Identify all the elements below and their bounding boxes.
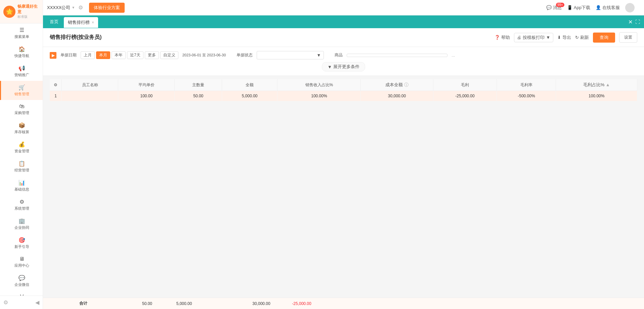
logo-name: 畅康通好生意 (17, 4, 39, 14)
export-icon: ⬇ (557, 35, 561, 40)
expand-more-button[interactable]: ▼ 展开更多条件 (322, 62, 365, 71)
col-profit: 毛利 (433, 79, 497, 91)
sidebar-label-finance: 资金管理 (14, 149, 29, 154)
print-icon: 🖨 (517, 35, 521, 40)
sidebar-item-inventory[interactable]: 📦 库存核算 (0, 119, 43, 138)
sidebar-item-system[interactable]: ⚙ 系统管理 (0, 195, 43, 214)
table-body: 1 100.00 50.00 5,000.00 100.00% 30,000.0… (50, 91, 637, 101)
user-avatar[interactable] (625, 3, 635, 12)
data-table: ⚙ 员工名称 平均单价 主数量 全额 销售收入占比% 成本全额 ⓘ 毛利 毛利率 (50, 79, 637, 101)
topbar: XXXXX公司 ▼ ⚙ 体验行业方案 💬 消息 99+ 📱 App下载 👤 在线… (43, 0, 644, 15)
cost-label: 成本全额 (385, 82, 403, 87)
col-settings: ⚙ (50, 79, 62, 91)
print-button[interactable]: 🖨 按模板打印 ▼ (514, 33, 553, 42)
basic-icon: 📊 (18, 179, 25, 186)
date-btn-prev-month[interactable]: 上月 (81, 51, 95, 59)
date-btn-more[interactable]: 更多 (145, 51, 159, 59)
sidebar-item-search[interactable]: ☰ 搜索菜单 (0, 23, 43, 43)
cost-info-icon[interactable]: ⓘ (404, 82, 409, 87)
topbar-settings-icon[interactable]: ⚙ (78, 4, 83, 11)
company-select[interactable]: XXXXX公司 ▼ (47, 5, 75, 11)
footer-main-qty: 50.00 (130, 301, 164, 306)
sidebar-item-basic[interactable]: 📊 基础信息 (0, 176, 43, 195)
appstore-icon: 🖥 (19, 256, 25, 262)
goods-input[interactable] (347, 54, 447, 57)
content-area: 销售排行榜(按业务员) ❓ 帮助 🖨 按模板打印 ▼ ⬇ 导出 ↻ 刷新 (43, 28, 644, 309)
sidebar-item-guide[interactable]: 🎯 新手引导 (0, 234, 43, 253)
sidebar-label-guide: 新手引导 (14, 244, 29, 249)
footer-cost: 30,000.00 (241, 301, 282, 306)
date-btn-7days[interactable]: 近7天 (127, 51, 143, 59)
export-label: 导出 (562, 35, 571, 41)
col-sales-pct: 销售收入占比% (277, 79, 361, 91)
tab-sales-ranking[interactable]: 销售排行榜 × (64, 17, 98, 28)
tabbar-expand-button[interactable]: ⛶ (635, 19, 640, 24)
cell-sales-pct: 100.00% (277, 91, 361, 101)
tabbar-close-button[interactable]: ✕ (628, 19, 633, 25)
more-filter-button[interactable]: ... (452, 53, 455, 58)
date-btn-this-month[interactable]: 本月 (96, 51, 110, 59)
sidebar-item-enterprise[interactable]: 🏢 企业协同 (0, 214, 43, 234)
tabbar-right: ✕ ⛶ (628, 19, 643, 25)
sidebar: 🌟 畅康通好生意 标准版 ☰ 搜索菜单 🏠 快捷导航 📢 营销推广 🛒 销售管理… (0, 0, 43, 309)
refresh-button[interactable]: ↻ 刷新 (575, 35, 589, 41)
tab-home[interactable]: 首页 (44, 15, 64, 28)
settings-bottom-icon[interactable]: ⚙ (3, 299, 8, 306)
weixin-icon: 💬 (18, 275, 25, 281)
cell-profit-rate: -500.00% (497, 91, 556, 101)
col-profit-rate: 毛利率 (497, 79, 556, 91)
main-area: XXXXX公司 ▼ ⚙ 体验行业方案 💬 消息 99+ 📱 App下载 👤 在线… (43, 0, 644, 309)
sidebar-item-weixin[interactable]: 💬 企业微信 (0, 271, 43, 291)
print-arrow-icon: ▼ (546, 35, 550, 40)
page-header: 销售排行榜(按业务员) ❓ 帮助 🖨 按模板打印 ▼ ⬇ 导出 ↻ 刷新 (43, 28, 644, 47)
profit-pct-info-icon[interactable]: ▲ (606, 82, 610, 87)
sidebar-label-system: 系统管理 (14, 206, 29, 211)
trial-button[interactable]: 体验行业方案 (89, 3, 125, 13)
sidebar-item-purchase[interactable]: 🛍 采购管理 (0, 100, 43, 119)
sidebar-item-marketing[interactable]: 📢 营销推广 (0, 62, 43, 81)
online-service-button[interactable]: 👤 在线客服 (596, 5, 620, 11)
filter-collapse-button[interactable]: ▶ (50, 52, 56, 59)
cell-amount: 5,000.00 (222, 91, 277, 101)
message-icon: 💬 (546, 5, 552, 10)
company-dropdown-icon: ▼ (72, 6, 75, 9)
sidebar-item-shortcut[interactable]: 🏠 快捷导航 (0, 43, 43, 62)
date-group: 上月 本月 本年 近7天 更多 自定义 (81, 51, 178, 59)
collapse-sidebar-icon[interactable]: ◀ (35, 299, 39, 306)
export-button[interactable]: ⬇ 导出 (557, 35, 571, 41)
enterprise-icon: 🏢 (18, 218, 25, 224)
date-btn-custom[interactable]: 自定义 (160, 51, 178, 59)
sidebar-item-operation[interactable]: 📋 经营管理 (0, 157, 43, 176)
finance-icon: 💰 (18, 141, 25, 148)
app-download-button[interactable]: 📱 App下载 (567, 5, 590, 11)
help-button[interactable]: ❓ 帮助 (495, 35, 510, 41)
sidebar-item-vip[interactable]: V 畅会员 (0, 291, 43, 296)
footer-profit: -25,000.00 (282, 301, 322, 306)
logo-area: 🌟 畅康通好生意 标准版 (0, 0, 43, 23)
message-button[interactable]: 💬 消息 99+ (546, 5, 562, 11)
sidebar-label-basic: 基础信息 (14, 187, 29, 192)
tab-close-icon[interactable]: × (92, 20, 94, 25)
marketing-icon: 📢 (18, 65, 25, 71)
cell-profit-pct: 100.00% (556, 91, 637, 101)
query-button[interactable]: 查询 (593, 33, 615, 43)
sidebar-bottom: ⚙ ◀ (0, 296, 43, 309)
app-icon: 📱 (567, 5, 572, 10)
status-select[interactable]: ▼ (257, 51, 324, 59)
col-avg-price: 平均单价 (118, 79, 175, 91)
date-btn-this-year[interactable]: 本年 (112, 51, 126, 59)
guide-icon: 🎯 (18, 237, 25, 243)
col-cost: 成本全额 ⓘ (361, 79, 433, 91)
col-profit-pct: 毛利占比% ▲ (556, 79, 637, 91)
logo-icon: 🌟 (3, 6, 15, 18)
filter-row-1: ▶ 单据日期 上月 本月 本年 近7天 更多 自定义 2023-06-01 至 … (50, 51, 637, 59)
sidebar-label-weixin: 企业微信 (14, 282, 29, 287)
sidebar-item-sales[interactable]: 🛒 销售管理 (0, 81, 43, 100)
sidebar-item-finance[interactable]: 💰 资金管理 (0, 138, 43, 157)
expand-more-icon: ▼ (328, 64, 332, 69)
sidebar-item-appstore[interactable]: 🖥 应用中心 (0, 253, 43, 271)
purchase-icon: 🛍 (19, 103, 25, 109)
status-filter-label: 单据状态 (237, 52, 253, 58)
setting-button[interactable]: 设置 (619, 32, 637, 43)
service-icon: 👤 (596, 5, 601, 10)
